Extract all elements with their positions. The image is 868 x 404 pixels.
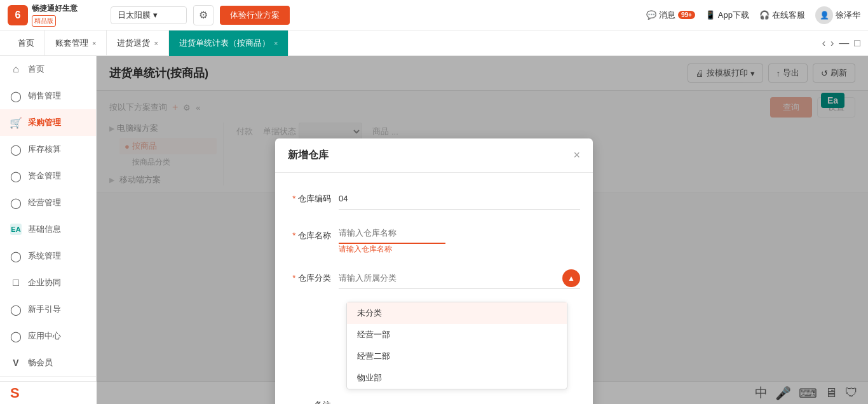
note-label: 备注 — [288, 394, 339, 404]
sidebar-item-basic[interactable]: EA 基础信息 — [0, 216, 96, 243]
header-right: 💬 消息 99+ 📱 App下载 🎧 在线客服 👤 徐泽华 — [646, 6, 860, 24]
operations-icon: ◯ — [10, 197, 22, 208]
dropdown-item-dept2[interactable]: 经营二部 — [347, 346, 567, 367]
sidebar-item-sales[interactable]: ◯ 销售管理 — [0, 83, 96, 109]
messages-badge: 99+ — [678, 11, 695, 19]
home-icon: ⌂ — [10, 64, 22, 75]
dialog-title: 新增仓库 — [288, 149, 329, 162]
sidebar-item-home-label: 首页 — [28, 64, 44, 75]
finance-icon: ◯ — [10, 170, 22, 182]
tab-purchase-stats-close[interactable]: × — [274, 39, 278, 47]
messages-label: 消息 — [659, 10, 675, 21]
tab-minimize-icon[interactable]: — — [839, 37, 849, 49]
app-download-item[interactable]: 📱 App下载 — [705, 10, 749, 21]
sidebar-item-member-label: 畅会员 — [28, 357, 53, 368]
top-header: 6 畅捷通好生意 精品版 日太阳膜 ▾ ⚙ 体验行业方案 💬 消息 99+ 📱 … — [0, 0, 868, 30]
tab-bar: 首页 账套管理 × 进货退货 × 进货单统计表（按商品） × ‹ › — □ — [0, 30, 868, 56]
tab-purchase-return[interactable]: 进货退货 × — [107, 30, 168, 56]
dialog-overlay[interactable]: 新增仓库 × 仓库编码 仓库名称 — [97, 56, 868, 404]
dropdown-item-uncategorized[interactable]: 未分类 — [347, 302, 567, 324]
store-name: 日太阳膜 — [118, 10, 151, 21]
avatar: 👤 — [815, 6, 833, 24]
form-row-code: 仓库编码 — [288, 188, 580, 210]
sidebar-item-home[interactable]: ⌂ 首页 — [0, 56, 96, 83]
dropdown-item-property[interactable]: 物业部 — [347, 367, 567, 389]
tab-next-icon[interactable]: › — [831, 37, 834, 49]
logo-icon: 6 — [8, 5, 28, 25]
user-item[interactable]: 👤 徐泽华 — [815, 6, 860, 24]
tab-prev-icon[interactable]: ‹ — [822, 37, 825, 49]
name-input[interactable] — [339, 222, 445, 244]
customer-service-item[interactable]: 🎧 在线客服 — [759, 10, 805, 21]
tab-account-close[interactable]: × — [92, 39, 96, 47]
customer-service-label: 在线客服 — [772, 10, 805, 21]
note-textarea[interactable] — [339, 394, 580, 404]
tab-account[interactable]: 账套管理 × — [45, 30, 107, 56]
basic-icon: EA — [10, 224, 22, 235]
logo-area: 6 畅捷通好生意 精品版 — [8, 3, 104, 27]
sidebar-item-system[interactable]: ◯ 系统管理 — [0, 243, 96, 269]
sidebar-item-finance-label: 资金管理 — [28, 170, 61, 182]
sidebar: ⌂ 首页 ◯ 销售管理 🛒 采购管理 ◯ 库存核算 ◯ 资金管理 ◯ 经营管理 … — [0, 56, 97, 404]
category-select-wrapper: ▲ — [339, 267, 580, 289]
category-input[interactable] — [339, 267, 580, 289]
s-logo-icon: S — [10, 385, 20, 401]
sidebar-item-enterprise-label: 企业协同 — [28, 277, 61, 288]
logo-text: 畅捷通好生意 精品版 — [32, 3, 78, 27]
sidebar-item-member[interactable]: V 畅会员 — [0, 349, 96, 376]
tab-account-label: 账套管理 — [55, 37, 88, 49]
settings-icon[interactable]: ⚙ — [193, 5, 214, 25]
tab-purchase-return-close[interactable]: × — [154, 39, 158, 47]
main-layout: ⌂ 首页 ◯ 销售管理 🛒 采购管理 ◯ 库存核算 ◯ 资金管理 ◯ 经营管理 … — [0, 56, 868, 404]
dropdown-item-dept1[interactable]: 经营一部 — [347, 324, 567, 346]
phone-icon: 📱 — [705, 10, 715, 20]
category-label: 仓库分类 — [288, 267, 339, 284]
sidebar-item-apps[interactable]: ◯ 应用中心 — [0, 323, 96, 349]
tab-purchase-return-label: 进货退货 — [117, 37, 150, 49]
message-icon: 💬 — [646, 10, 656, 20]
sidebar-item-newbie[interactable]: ◯ 新手引导 — [0, 296, 96, 323]
messages-item[interactable]: 💬 消息 99+ — [646, 10, 695, 21]
dialog-add-warehouse: 新增仓库 × 仓库编码 仓库名称 — [275, 138, 593, 404]
sidebar-item-purchase[interactable]: 🛒 采购管理 — [0, 109, 96, 136]
form-row-note: 备注 — [288, 394, 580, 404]
content-area: 进货单统计(按商品) 🖨 按模板打印 ▾ ↑ 导出 ↺ 刷新 — [97, 56, 868, 404]
dialog-body: 仓库编码 仓库名称 请输入仓库名称 — [275, 173, 593, 404]
enterprise-icon: □ — [10, 277, 22, 288]
logo-badge: 精品版 — [32, 15, 56, 27]
tab-home[interactable]: 首页 — [8, 30, 45, 56]
inventory-icon: ◯ — [10, 144, 22, 155]
sidebar-item-finance[interactable]: ◯ 资金管理 — [0, 163, 96, 189]
store-selector[interactable]: 日太阳膜 ▾ — [111, 6, 187, 24]
sidebar-item-purchase-label: 采购管理 — [28, 117, 61, 128]
system-icon: ◯ — [10, 250, 22, 262]
category-dropdown-toggle[interactable]: ▲ — [562, 269, 580, 287]
headset-icon: 🎧 — [759, 10, 770, 20]
category-dropdown: 未分类 经营一部 经营二部 物业部 — [346, 302, 567, 389]
sidebar-item-sales-label: 销售管理 — [28, 90, 61, 102]
tab-maximize-icon[interactable]: □ — [854, 37, 860, 49]
sidebar-item-basic-label: 基础信息 — [28, 224, 61, 235]
member-icon: V — [10, 357, 22, 368]
sidebar-item-enterprise[interactable]: □ 企业协同 — [0, 269, 96, 296]
chevron-down-icon: ▾ — [153, 10, 158, 20]
sidebar-item-operations[interactable]: ◯ 经营管理 — [0, 189, 96, 216]
name-error-msg: 请输入仓库名称 — [339, 244, 392, 255]
tab-purchase-stats-label: 进货单统计表（按商品） — [179, 37, 270, 49]
sidebar-item-inventory[interactable]: ◯ 库存核算 — [0, 136, 96, 163]
sidebar-item-system-label: 系统管理 — [28, 250, 61, 262]
dialog-close-button[interactable]: × — [573, 149, 580, 162]
bottom-icons: S — [10, 385, 20, 401]
tab-purchase-stats[interactable]: 进货单统计表（按商品） × — [169, 30, 288, 56]
trial-button[interactable]: 体验行业方案 — [220, 6, 290, 25]
logo-name: 畅捷通好生意 — [32, 3, 78, 14]
name-label: 仓库名称 — [288, 225, 339, 241]
dialog-header: 新增仓库 × — [275, 138, 593, 173]
newbie-icon: ◯ — [10, 304, 22, 315]
code-input[interactable] — [339, 188, 580, 210]
code-label: 仓库编码 — [288, 188, 339, 205]
sidebar-item-newbie-label: 新手引导 — [28, 304, 61, 315]
sidebar-item-operations-label: 经营管理 — [28, 197, 61, 208]
sales-icon: ◯ — [10, 90, 22, 102]
apps-icon: ◯ — [10, 330, 22, 342]
